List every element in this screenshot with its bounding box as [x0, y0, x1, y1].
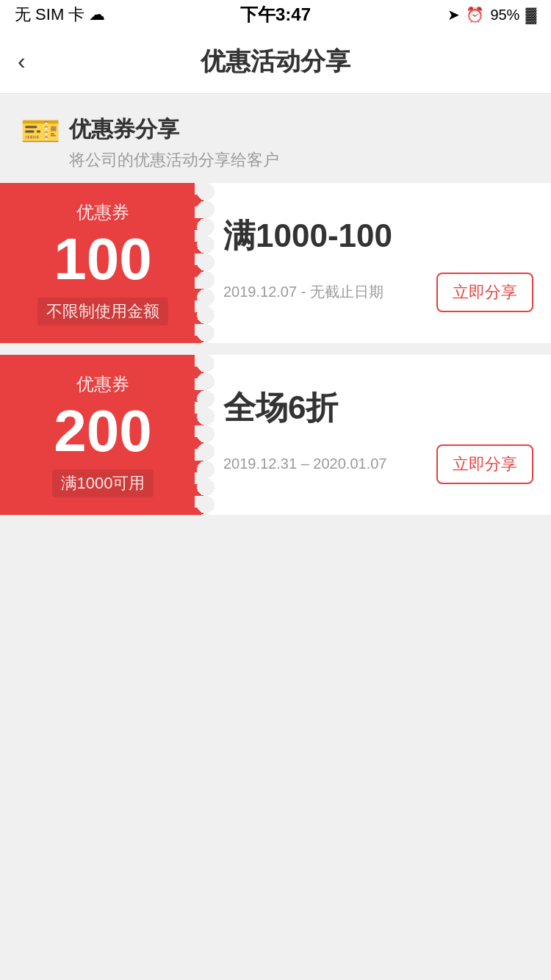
scallop-1	[197, 355, 215, 515]
coupon-list: 优惠券 100 不限制使用金额 满1000-100 2019.12.07 - 无…	[0, 183, 551, 541]
battery-label: 95%	[490, 7, 519, 24]
nav-bar: ‹ 优惠活动分享	[0, 29, 551, 94]
section-header: 🎫 优惠券分享 将公司的优惠活动分享给客户	[0, 94, 551, 183]
coupon-date-0: 2019.12.07 - 无截止日期	[223, 282, 383, 302]
share-button-0[interactable]: 立即分享	[436, 273, 533, 312]
status-right: ➤ ⏰ 95% ▓	[447, 6, 536, 24]
section-subtitle: 将公司的优惠活动分享给客户	[69, 149, 279, 171]
alarm-icon: ⏰	[466, 6, 484, 24]
coupon-name-0: 满1000-100	[223, 215, 533, 258]
share-button-1[interactable]: 立即分享	[436, 444, 533, 484]
coupon-type-label-1: 优惠券	[76, 372, 129, 396]
coupon-right-1: 全场6折 2019.12.31 – 2020.01.07 立即分享	[206, 355, 551, 515]
coupon-date-1: 2019.12.31 – 2020.01.07	[223, 455, 386, 472]
coupon-section-icon: 🎫	[21, 115, 59, 153]
page-title: 优惠活动分享	[201, 45, 350, 79]
coupon-left-0: 优惠券 100 不限制使用金额	[0, 183, 206, 343]
coupon-condition-left-0: 不限制使用金额	[37, 298, 168, 325]
coupon-footer-0: 2019.12.07 - 无截止日期 立即分享	[223, 273, 533, 312]
coupon-type-label-0: 优惠券	[76, 201, 129, 224]
status-left: 无 SIM 卡 ☁	[15, 4, 105, 26]
location-icon: ➤	[447, 6, 460, 24]
coupon-condition-left-1: 满1000可用	[52, 469, 154, 497]
section-title: 优惠券分享	[69, 115, 279, 145]
scallop-0	[197, 183, 215, 343]
back-button[interactable]: ‹	[18, 48, 26, 75]
coupon-value-0: 100	[54, 230, 151, 289]
coupon-value-1: 200	[54, 402, 151, 461]
empty-area	[0, 541, 551, 909]
battery-icon: ▓	[525, 7, 536, 24]
status-bar: 无 SIM 卡 ☁ 下午3:47 ➤ ⏰ 95% ▓	[0, 0, 551, 29]
status-time: 下午3:47	[240, 3, 311, 26]
coupon-footer-1: 2019.12.31 – 2020.01.07 立即分享	[223, 444, 533, 484]
coupon-card-1: 优惠券 200 满1000可用 全场6折 2019.12.31 – 2020.0…	[0, 355, 551, 515]
section-title-block: 优惠券分享 将公司的优惠活动分享给客户	[69, 115, 279, 171]
coupon-card-0: 优惠券 100 不限制使用金额 满1000-100 2019.12.07 - 无…	[0, 183, 551, 343]
coupon-right-0: 满1000-100 2019.12.07 - 无截止日期 立即分享	[206, 183, 551, 343]
coupon-name-1: 全场6折	[223, 386, 533, 430]
coupon-left-1: 优惠券 200 满1000可用	[0, 355, 206, 515]
no-sim-label: 无 SIM 卡 ☁	[15, 4, 105, 26]
